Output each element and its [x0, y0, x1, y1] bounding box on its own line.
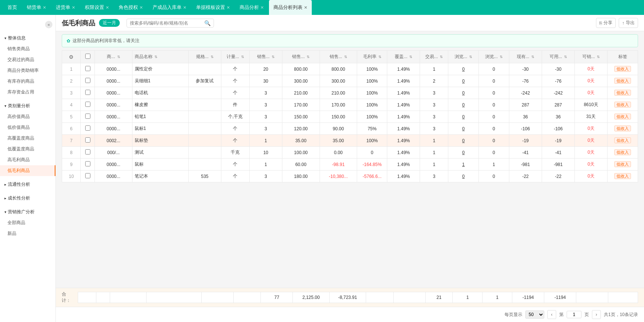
col-header-view1[interactable]: 浏览... ⇅: [448, 51, 479, 63]
row-checkbox-cell[interactable]: [81, 99, 95, 111]
row-checkbox[interactable]: [85, 66, 90, 71]
row-checkbox-cell[interactable]: [81, 75, 95, 87]
trade-link[interactable]: 0: [462, 138, 465, 143]
nav-close-template[interactable]: ✕: [227, 5, 230, 10]
nav-permissions[interactable]: 权限设置 ✕: [80, 0, 113, 15]
sidebar-item-high-coverage[interactable]: 高覆盖度商品: [0, 133, 55, 144]
filter-button[interactable]: 近一月: [99, 19, 120, 27]
sidebar-item-sales-goods[interactable]: 销售类商品: [0, 44, 55, 54]
sidebar-item-category-rate[interactable]: 商品分类助销率: [0, 65, 55, 76]
sidebar-group-category[interactable]: ▾ 类别量分析: [0, 101, 55, 111]
col-header-sale-qty[interactable]: 销售... ⇅: [249, 51, 282, 63]
row-checkbox[interactable]: [85, 149, 90, 154]
sidebar-group-overall[interactable]: ▾ 整体信息: [0, 33, 55, 44]
trade-link[interactable]: 1: [462, 162, 465, 167]
nav-analysis-list[interactable]: 商品分析列表 ✕: [269, 0, 312, 15]
col-header-stock[interactable]: 现有... ⇅: [509, 51, 542, 63]
row-checkbox[interactable]: [85, 90, 90, 95]
row-sale-profit: 800.00: [320, 63, 357, 75]
col-header-sale-days[interactable]: 可销... ⇅: [574, 51, 607, 63]
nav-roles[interactable]: 角色授权 ✕: [114, 0, 147, 15]
search-icon[interactable]: 🔍: [204, 20, 211, 26]
trade-link[interactable]: 0: [462, 174, 465, 179]
select-all-checkbox[interactable]: [85, 54, 90, 59]
row-checkbox[interactable]: [85, 78, 90, 83]
sidebar-group-marketing[interactable]: ▾ 营销推广分析: [0, 207, 55, 217]
trade-link[interactable]: 0: [462, 114, 465, 119]
col-header-gear[interactable]: ⚙: [62, 51, 81, 63]
col-header-coverage[interactable]: 覆盖... ⇅: [387, 51, 420, 63]
row-checkbox[interactable]: [85, 102, 90, 107]
nav-close-sales[interactable]: ✕: [43, 5, 46, 10]
row-checkbox[interactable]: [85, 137, 90, 143]
row-checkbox-cell[interactable]: [81, 87, 95, 99]
search-input[interactable]: [130, 20, 204, 26]
row-checkbox-cell[interactable]: [81, 159, 95, 170]
trade-link[interactable]: 0: [462, 150, 465, 155]
total-info: 共1页，10条记录: [604, 312, 638, 318]
sidebar-item-all-goods[interactable]: 全部商品: [0, 217, 55, 228]
nav-close-purchase[interactable]: ✕: [72, 5, 75, 10]
next-page-button[interactable]: ›: [592, 310, 601, 319]
col-header-view2[interactable]: 浏览... ⇅: [479, 51, 509, 63]
row-checkbox-cell[interactable]: [81, 111, 95, 123]
nav-close-analysis[interactable]: ✕: [260, 5, 264, 10]
sidebar-item-low-value[interactable]: 低价值商品: [0, 122, 55, 133]
row-checkbox[interactable]: [85, 161, 90, 166]
nav-close-analysis-list[interactable]: ✕: [304, 5, 307, 10]
col-header-trade[interactable]: 交易... ⇅: [420, 51, 448, 63]
col-header-name[interactable]: 商品名称 ⇅: [132, 51, 188, 63]
row-stock: -19: [509, 135, 542, 147]
row-checkbox-cell[interactable]: [81, 123, 95, 135]
col-header-code[interactable]: 商... ⇅: [95, 51, 132, 63]
row-sale-days: 0天: [574, 135, 607, 147]
sidebar-item-capital[interactable]: 库存资金占用: [0, 87, 55, 98]
per-page-select[interactable]: 50 100 200: [525, 310, 544, 319]
nav-close-roles[interactable]: ✕: [140, 5, 143, 10]
col-header-avail[interactable]: 可用... ⇅: [542, 51, 574, 63]
prev-page-button[interactable]: ‹: [547, 310, 556, 319]
sidebar-item-low-profit[interactable]: 低毛利商品: [0, 165, 55, 176]
settings-icon[interactable]: ⚙: [69, 54, 74, 60]
sidebar-item-low-coverage[interactable]: 低覆盖度商品: [0, 144, 55, 154]
export-button[interactable]: ↑ 导出: [619, 18, 638, 28]
trade-link[interactable]: 0: [462, 102, 465, 108]
sidebar-group-growth[interactable]: ▸ 成长性分析: [0, 193, 55, 204]
nav-sales[interactable]: 销货单 ✕: [22, 0, 51, 15]
col-header-unit[interactable]: 计量... ⇅: [221, 51, 249, 63]
sidebar-item-high-value[interactable]: 高价值商品: [0, 111, 55, 122]
row-stock: 287: [509, 99, 542, 111]
col-header-spec[interactable]: 规格... ⇅: [188, 51, 221, 63]
nav-template[interactable]: 单据模板设置 ✕: [192, 0, 234, 15]
row-checkbox[interactable]: [85, 114, 90, 119]
nav-close-permissions[interactable]: ✕: [106, 5, 109, 10]
row-checkbox[interactable]: [85, 125, 90, 131]
row-checkbox-cell[interactable]: [81, 135, 95, 147]
trade-link[interactable]: 0: [462, 126, 465, 131]
nav-close-production[interactable]: ✕: [183, 5, 186, 10]
col-header-profit-rate[interactable]: 毛利率 ⇅: [357, 51, 387, 63]
trade-link[interactable]: 0: [462, 79, 465, 84]
sidebar-item-new-goods[interactable]: 新品: [0, 228, 55, 239]
sidebar-collapse-btn[interactable]: «: [45, 21, 52, 28]
sidebar-item-high-profit[interactable]: 高毛利商品: [0, 154, 55, 165]
share-button[interactable]: ⎘ 分享: [596, 18, 616, 28]
row-checkbox[interactable]: [85, 173, 90, 178]
row-checkbox-cell[interactable]: [81, 147, 95, 159]
sidebar-item-traded-goods[interactable]: 交易过的商品: [0, 54, 55, 65]
page-input[interactable]: [567, 311, 581, 318]
nav-purchase[interactable]: 进货单 ✕: [51, 0, 80, 15]
col-header-sale-price[interactable]: 销售... ⇅: [282, 51, 320, 63]
sidebar-item-stocked-goods[interactable]: 有库存的商品: [0, 76, 55, 87]
col-header-sale-profit[interactable]: 销售... ⇅: [320, 51, 357, 63]
nav-analysis[interactable]: 商品分析 ✕: [235, 0, 268, 15]
row-checkbox-cell[interactable]: [81, 170, 95, 182]
trade-link[interactable]: 0: [462, 90, 465, 96]
trade-link[interactable]: 0: [462, 67, 465, 72]
sidebar-group-flow[interactable]: ▸ 流通性分析: [0, 179, 55, 190]
row-checkbox-cell[interactable]: [81, 63, 95, 75]
nav-home[interactable]: 首页: [3, 0, 22, 15]
col-header-tag[interactable]: 标签: [608, 51, 638, 63]
nav-production[interactable]: 产成品入库单 ✕: [148, 0, 191, 15]
col-header-checkbox[interactable]: [81, 51, 95, 63]
